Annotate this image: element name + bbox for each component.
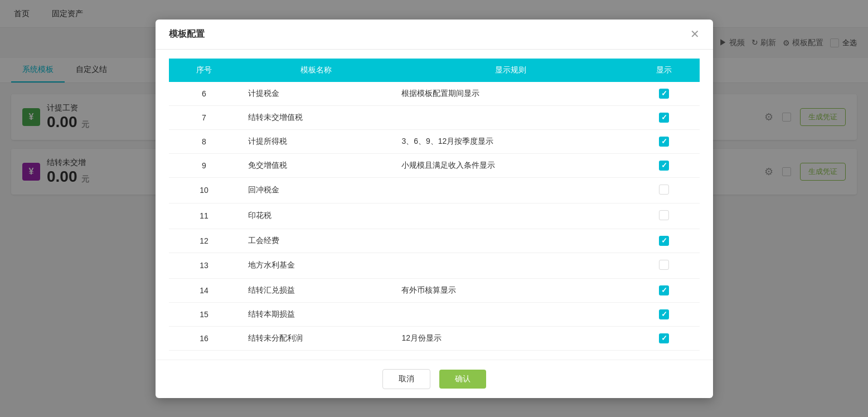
cell-name: 印花税	[239, 203, 392, 229]
cancel-button[interactable]: 取消	[382, 369, 430, 389]
confirm-button[interactable]: 确认	[439, 370, 486, 389]
cell-rule: 3、6、9、12月按季度显示	[392, 129, 628, 153]
checkbox-unchecked-7[interactable]	[659, 260, 669, 270]
cell-rule: 小规模且满足收入条件显示	[392, 153, 628, 177]
cell-rule	[392, 177, 628, 203]
checkbox-checked-10[interactable]	[659, 333, 669, 343]
cell-rule: 根据模板配置期间显示	[392, 82, 628, 106]
table-row: 14结转汇兑损益有外币核算显示	[169, 278, 700, 302]
checkbox-checked-0[interactable]	[659, 89, 669, 99]
th-show: 显示	[629, 59, 700, 82]
table-row: 8计提所得税3、6、9、12月按季度显示	[169, 129, 700, 153]
cell-rule	[392, 229, 628, 253]
cell-check	[629, 229, 700, 253]
cell-seq: 9	[169, 153, 240, 177]
th-seq: 序号	[169, 59, 240, 82]
checkbox-unchecked-5[interactable]	[659, 210, 669, 220]
modal-template-config: 模板配置 ✕ 序号 模板名称 显示规则 显示 6计提税金根据模板配置期间显示7结…	[156, 20, 713, 398]
cell-name: 计提税金	[239, 82, 392, 106]
cell-check	[629, 82, 700, 106]
checkbox-checked-3[interactable]	[659, 161, 669, 171]
table-row: 16结转未分配利润12月份显示	[169, 326, 700, 350]
cell-check	[629, 302, 700, 326]
cell-rule: 12月份显示	[392, 326, 628, 350]
cell-seq: 12	[169, 229, 240, 253]
cell-name: 结转未分配利润	[239, 326, 392, 350]
modal-overlay: 模板配置 ✕ 序号 模板名称 显示规则 显示 6计提税金根据模板配置期间显示7结…	[0, 0, 868, 417]
cell-check	[629, 203, 700, 229]
checkbox-checked-2[interactable]	[659, 137, 669, 147]
checkbox-checked-6[interactable]	[659, 236, 669, 246]
cell-seq: 14	[169, 278, 240, 302]
cell-name: 结转未交增值税	[239, 105, 392, 129]
cell-check	[629, 278, 700, 302]
cell-seq: 8	[169, 129, 240, 153]
modal-header: 模板配置 ✕	[156, 20, 713, 50]
checkbox-checked-8[interactable]	[659, 285, 669, 295]
th-rule: 显示规则	[392, 59, 628, 82]
table-body: 6计提税金根据模板配置期间显示7结转未交增值税8计提所得税3、6、9、12月按季…	[169, 82, 700, 351]
cell-name: 结转本期损益	[239, 302, 392, 326]
cell-check	[629, 326, 700, 350]
cell-seq: 15	[169, 302, 240, 326]
modal-close-button[interactable]: ✕	[690, 28, 700, 40]
cell-seq: 11	[169, 203, 240, 229]
modal-title: 模板配置	[169, 28, 205, 40]
cell-check	[629, 105, 700, 129]
table-row: 11印花税	[169, 203, 700, 229]
cell-rule	[392, 302, 628, 326]
cell-seq: 7	[169, 105, 240, 129]
cell-name: 工会经费	[239, 229, 392, 253]
cell-name: 结转汇兑损益	[239, 278, 392, 302]
modal-body: 序号 模板名称 显示规则 显示 6计提税金根据模板配置期间显示7结转未交增值税8…	[156, 50, 713, 360]
cell-name: 免交增值税	[239, 153, 392, 177]
th-name: 模板名称	[239, 59, 392, 82]
cell-check	[629, 177, 700, 203]
cell-seq: 13	[169, 253, 240, 278]
cell-check	[629, 253, 700, 278]
cell-seq: 6	[169, 82, 240, 106]
cell-rule: 有外币核算显示	[392, 278, 628, 302]
table-row: 13地方水利基金	[169, 253, 700, 278]
cell-check	[629, 153, 700, 177]
cell-seq: 10	[169, 177, 240, 203]
table-header-row: 序号 模板名称 显示规则 显示	[169, 59, 700, 82]
table-row: 12工会经费	[169, 229, 700, 253]
checkbox-checked-9[interactable]	[659, 309, 669, 319]
cell-rule	[392, 203, 628, 229]
cell-seq: 16	[169, 326, 240, 350]
checkbox-unchecked-4[interactable]	[659, 185, 669, 195]
checkbox-checked-1[interactable]	[659, 113, 669, 123]
cell-rule	[392, 105, 628, 129]
cell-name: 回冲税金	[239, 177, 392, 203]
table-row: 9免交增值税小规模且满足收入条件显示	[169, 153, 700, 177]
table-row: 6计提税金根据模板配置期间显示	[169, 82, 700, 106]
cell-name: 地方水利基金	[239, 253, 392, 278]
cell-name: 计提所得税	[239, 129, 392, 153]
cell-check	[629, 129, 700, 153]
cell-rule	[392, 253, 628, 278]
table-row: 10回冲税金	[169, 177, 700, 203]
table-row: 15结转本期损益	[169, 302, 700, 326]
table-row: 7结转未交增值税	[169, 105, 700, 129]
modal-footer: 取消 确认	[156, 360, 713, 398]
config-table: 序号 模板名称 显示规则 显示 6计提税金根据模板配置期间显示7结转未交增值税8…	[169, 59, 700, 351]
